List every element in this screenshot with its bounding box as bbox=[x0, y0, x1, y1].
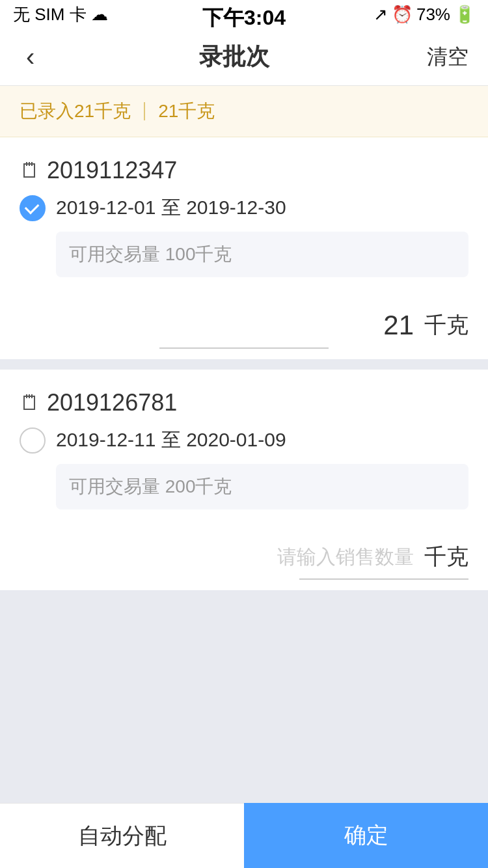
batch2-input-unit: 千克 bbox=[424, 542, 468, 572]
sim-label: 无 SIM 卡 ☁ bbox=[13, 3, 108, 26]
page-title: 录批次 bbox=[199, 41, 269, 73]
status-time: 下午3:04 bbox=[202, 4, 286, 33]
batch2-input-placeholder: 请输入销售数量 bbox=[277, 544, 414, 571]
alarm-icon: ⏰ bbox=[392, 5, 413, 25]
battery-label: 73% bbox=[416, 5, 450, 25]
status-bar: 无 SIM 卡 ☁ 下午3:04 ↗ ⏰ 73% 🔋 bbox=[0, 0, 488, 29]
batch1-radio[interactable] bbox=[20, 195, 46, 221]
confirm-button[interactable]: 确定 bbox=[244, 803, 488, 868]
nav-bar: ‹ 录批次 清空 bbox=[0, 29, 488, 86]
back-button[interactable]: ‹ bbox=[20, 36, 41, 78]
banner-divider bbox=[144, 102, 145, 120]
batch1-avail: 可用交易量 100千克 bbox=[56, 232, 468, 277]
batch1-id: 2019112347 bbox=[47, 157, 177, 184]
status-left: 无 SIM 卡 ☁ bbox=[13, 3, 108, 26]
recorded-amount: 已录入21千克 bbox=[20, 99, 131, 124]
batch2-radio[interactable] bbox=[20, 427, 46, 454]
batch2-input-row: 请输入销售数量 千克 bbox=[0, 529, 488, 578]
batch2-header: 🗒 2019126781 bbox=[20, 389, 468, 416]
auto-distribute-button[interactable]: 自动分配 bbox=[0, 803, 244, 868]
batch2-doc-icon: 🗒 bbox=[20, 391, 40, 415]
section-divider bbox=[0, 359, 488, 370]
batch2-id: 2019126781 bbox=[47, 389, 177, 416]
bottom-bar: 自动分配 确定 bbox=[0, 803, 488, 868]
batch2-divider-wrapper bbox=[0, 578, 488, 590]
batch1-date-row: 2019-12-01 至 2019-12-30 bbox=[20, 195, 468, 221]
batch1-date: 2019-12-01 至 2019-12-30 bbox=[56, 195, 286, 221]
batch2-date-row: 2019-12-11 至 2020-01-09 bbox=[20, 427, 468, 454]
batch1-header: 🗒 2019112347 bbox=[20, 157, 468, 184]
batch1-avail-text: 可用交易量 100千克 bbox=[69, 244, 232, 264]
batch1-doc-icon: 🗒 bbox=[20, 159, 40, 183]
batch1-qty-divider bbox=[159, 347, 329, 349]
batch2-card: 🗒 2019126781 2019-12-11 至 2020-01-09 可用交… bbox=[0, 370, 488, 529]
batch2-avail-text: 可用交易量 200千克 bbox=[69, 476, 232, 496]
batch1-qty-unit: 千克 bbox=[424, 310, 468, 340]
status-right: ↗ ⏰ 73% 🔋 bbox=[373, 5, 475, 25]
battery-icon: 🔋 bbox=[454, 5, 475, 25]
batch1-card: 🗒 2019112347 2019-12-01 至 2019-12-30 可用交… bbox=[0, 137, 488, 297]
batch2-avail: 可用交易量 200千克 bbox=[56, 464, 468, 509]
batch1-qty-value: 21 bbox=[383, 310, 414, 341]
clear-button[interactable]: 清空 bbox=[427, 43, 468, 72]
batch1-divider-wrapper bbox=[0, 347, 488, 359]
info-banner: 已录入21千克 21千克 bbox=[0, 86, 488, 137]
location-icon: ↗ bbox=[373, 5, 388, 25]
batch2-input-divider bbox=[299, 578, 468, 580]
batch2-date: 2019-12-11 至 2020-01-09 bbox=[56, 427, 286, 454]
batch1-qty-row: 21 千克 bbox=[0, 297, 488, 347]
total-amount: 21千克 bbox=[158, 99, 215, 124]
